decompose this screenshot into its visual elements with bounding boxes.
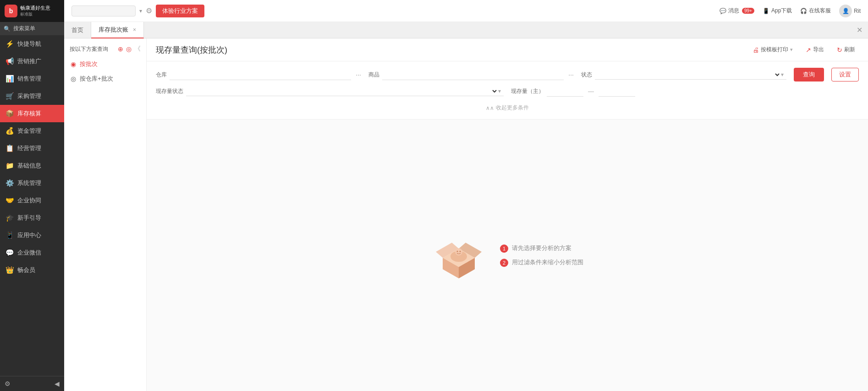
sidebar-item-ops[interactable]: 📋经营管理 bbox=[0, 140, 64, 157]
sidebar-search-label: 搜索菜单 bbox=[13, 25, 35, 33]
sidebar-item-marketing[interactable]: 📢营销推广 bbox=[0, 53, 64, 70]
online-service-btn[interactable]: 🎧 在线客服 bbox=[800, 7, 831, 15]
search-icon: 🔍 bbox=[4, 26, 11, 32]
tab-close-right-icon[interactable]: ✕ bbox=[851, 26, 868, 34]
refresh-label: 刷新 bbox=[844, 46, 855, 54]
sidebar-item-apps[interactable]: 📱应用中心 bbox=[0, 227, 64, 244]
tab-inventory-batch[interactable]: 库存批次账 × bbox=[91, 22, 144, 38]
filter-panel-title: 按以下方案查询 bbox=[70, 45, 108, 53]
print-template-btn[interactable]: 🖨 按模板打印 ▾ bbox=[749, 44, 797, 55]
sidebar-item-finance[interactable]: 💰资金管理 bbox=[0, 122, 64, 140]
inventory-status-select[interactable] bbox=[189, 87, 498, 95]
message-label: 消息 bbox=[728, 7, 739, 15]
sidebar-search[interactable]: 🔍 搜索菜单 bbox=[0, 22, 64, 35]
collapse-panel-icon[interactable]: 《 bbox=[134, 45, 141, 53]
sidebar-item-newbie[interactable]: 🎓新手引导 bbox=[0, 209, 64, 227]
empty-hint-2: 2 用过滤条件来缩小分析范围 bbox=[500, 258, 583, 267]
app-logo: b bbox=[5, 5, 17, 17]
empty-hint-2-text: 用过滤条件来缩小分析范围 bbox=[512, 258, 583, 266]
search-filters: 仓库 ··· 商品 ··· 状态 bbox=[147, 61, 868, 119]
filter-panel-header: 按以下方案查询 ⊕ ◎ 《 bbox=[64, 43, 146, 57]
status-chevron-icon: ▾ bbox=[781, 71, 784, 78]
query-btn[interactable]: 查询 bbox=[794, 68, 824, 81]
sidebar-item-member[interactable]: 👑畅会员 bbox=[0, 261, 64, 279]
sidebar-item-purchase[interactable]: 🛒采购管理 bbox=[0, 87, 64, 105]
sidebar-item-inventory[interactable]: 📦库存核算 bbox=[0, 105, 64, 122]
topbar-gear-icon[interactable]: ⚙ bbox=[146, 6, 152, 15]
main-area: ▾ ⚙ 体验行业方案 💬 消息 99+ 📱 App下载 🎧 在线客服 👤 Rit bbox=[64, 0, 868, 391]
sidebar-item-label-wechat: 企业微信 bbox=[17, 249, 41, 257]
inventory-status-label: 现存量状态 bbox=[156, 87, 183, 95]
add-scheme-icon[interactable]: ⊕ bbox=[118, 45, 123, 53]
topbar-chevron-icon[interactable]: ▾ bbox=[139, 8, 142, 14]
sidebar-item-system[interactable]: ⚙️系统管理 bbox=[0, 174, 64, 192]
filter-item-by-warehouse-batch[interactable]: ◎ 按仓库+批次 bbox=[64, 71, 146, 86]
sidebar-item-label-apps: 应用中心 bbox=[17, 231, 41, 239]
trial-btn[interactable]: 体验行业方案 bbox=[156, 5, 204, 17]
warehouse-input[interactable] bbox=[170, 70, 351, 80]
svg-point-8 bbox=[457, 250, 458, 252]
inventory-qty-min[interactable] bbox=[547, 86, 583, 97]
app-download-icon: 📱 bbox=[763, 8, 769, 14]
inventory-qty-max[interactable] bbox=[599, 86, 635, 97]
app-download-label: App下载 bbox=[771, 7, 792, 15]
empty-state: 1 请先选择要分析的方案 2 用过滤条件来缩小分析范围 bbox=[147, 119, 868, 391]
sidebar-item-icon-sales: 📊 bbox=[5, 75, 14, 83]
sidebar-item-label-enterprise: 企业协同 bbox=[17, 196, 41, 205]
sidebar-item-label-inventory: 库存核算 bbox=[17, 109, 41, 118]
sidebar-item-label-marketing: 营销推广 bbox=[17, 57, 41, 65]
product-dots[interactable]: ··· bbox=[568, 71, 574, 78]
sidebar-item-enterprise[interactable]: 🤝企业协同 bbox=[0, 192, 64, 209]
sidebar-item-quick-nav[interactable]: ⚡快捷导航 bbox=[0, 35, 64, 53]
sidebar-item-label-basic: 基础信息 bbox=[17, 162, 41, 170]
status-select[interactable] bbox=[598, 71, 781, 78]
sidebar-item-label-member: 畅会员 bbox=[17, 266, 35, 274]
qty-dash: — bbox=[586, 88, 596, 95]
page-title: 现存量查询(按批次) bbox=[156, 44, 227, 55]
empty-num-2: 2 bbox=[500, 259, 508, 267]
page-header: 现存量查询(按批次) 🖨 按模板打印 ▾ ↗ 导出 ↻ 刷新 bbox=[147, 38, 868, 61]
message-btn[interactable]: 💬 消息 99+ bbox=[720, 7, 754, 15]
filter-row-2: 现存量状态 ▾ 现存量（主） — bbox=[156, 86, 859, 97]
message-icon: 💬 bbox=[720, 8, 726, 14]
collapse-more-label: 收起更多条件 bbox=[496, 104, 529, 112]
settings-icon[interactable]: ⚙ bbox=[5, 380, 11, 387]
refresh-btn[interactable]: ↻ 刷新 bbox=[833, 44, 859, 55]
product-input[interactable] bbox=[382, 70, 564, 80]
sidebar-item-icon-enterprise: 🤝 bbox=[5, 196, 14, 205]
sidebar-item-icon-system: ⚙️ bbox=[5, 179, 14, 187]
svg-point-7 bbox=[455, 248, 462, 255]
collapse-chevron-icon: ∧∧ bbox=[486, 105, 494, 111]
tab-inventory-batch-label: 库存批次账 bbox=[99, 26, 128, 34]
sidebar-item-icon-ops: 📋 bbox=[5, 144, 14, 152]
manage-scheme-icon[interactable]: ◎ bbox=[126, 45, 132, 53]
app-version: 标准版 bbox=[20, 11, 50, 17]
inventory-qty-label: 现存量（主） bbox=[511, 87, 544, 95]
empty-illustration bbox=[434, 233, 484, 278]
sidebar-item-sales[interactable]: 📊销售管理 bbox=[0, 70, 64, 87]
empty-hint-1: 1 请先选择要分析的方案 bbox=[500, 244, 583, 253]
filter-item-by-batch-label: 按批次 bbox=[80, 60, 98, 68]
print-chevron-icon: ▾ bbox=[790, 47, 793, 53]
main-content: 现存量查询(按批次) 🖨 按模板打印 ▾ ↗ 导出 ↻ 刷新 bbox=[147, 38, 868, 391]
filter-item-by-batch[interactable]: ◉ 按批次 bbox=[64, 57, 146, 71]
app-download-btn[interactable]: 📱 App下载 bbox=[763, 7, 792, 15]
tab-close-icon[interactable]: × bbox=[133, 27, 136, 33]
tab-home[interactable]: 首页 bbox=[64, 22, 91, 38]
topbar-search-input[interactable] bbox=[71, 5, 136, 16]
export-btn[interactable]: ↗ 导出 bbox=[802, 44, 828, 55]
sidebar-item-icon-wechat: 💬 bbox=[5, 249, 14, 257]
sidebar-item-icon-member: 👑 bbox=[5, 266, 14, 274]
settings-btn[interactable]: 设置 bbox=[831, 68, 859, 81]
product-label: 商品 bbox=[368, 71, 379, 79]
sidebar-item-wechat[interactable]: 💬企业微信 bbox=[0, 244, 64, 261]
user-profile-btn[interactable]: 👤 Rit bbox=[839, 5, 861, 17]
collapse-sidebar-icon[interactable]: ◀ bbox=[55, 380, 60, 387]
inventory-status-field: 现存量状态 ▾ bbox=[156, 87, 504, 96]
sidebar-item-basic[interactable]: 📁基础信息 bbox=[0, 157, 64, 174]
status-label: 状态 bbox=[581, 71, 592, 79]
collapse-more-btn[interactable]: ∧∧ 收起更多条件 bbox=[156, 101, 859, 114]
print-icon: 🖨 bbox=[753, 46, 759, 54]
warehouse-dots[interactable]: ··· bbox=[356, 71, 361, 78]
svg-point-9 bbox=[460, 250, 461, 252]
